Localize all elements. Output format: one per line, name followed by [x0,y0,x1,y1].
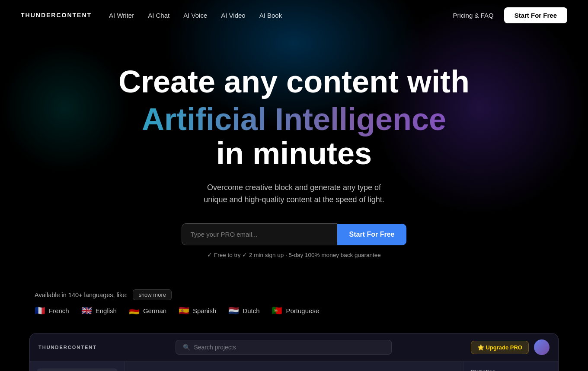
sidebar-my-work[interactable]: My Work... [37,368,118,371]
app-topbar: THUNDERCONTENT 🔍 Search projects ⭐ Upgra… [30,333,558,361]
english-flag: 🇬🇧 [81,305,92,316]
hero-section: Create any content with Artificial Intel… [0,30,588,276]
spanish-label: Spanish [193,307,216,314]
cta-row: Start For Free [9,223,579,245]
lang-spanish: 🇪🇸 Spanish [179,305,216,316]
nav-start-button[interactable]: Start For Free [504,7,567,23]
avatar [534,339,550,355]
app-main-panel [125,361,463,371]
lang-german: 🇩🇪 German [129,305,166,316]
french-flag: 🇫🇷 [35,305,45,316]
nav-right: Pricing & FAQ Start For Free [453,7,567,23]
english-label: English [96,307,117,314]
app-logo: THUNDERCONTENT [38,345,97,350]
nav-left: THUNDERCONTENT AI Writer AI Chat AI Voic… [21,12,282,19]
nav-links: AI Writer AI Chat AI Voice AI Video AI B… [109,12,282,19]
lang-french: 🇫🇷 French [35,305,69,316]
nav-link-ai-book[interactable]: AI Book [259,12,282,19]
german-label: German [143,307,166,314]
pricing-link[interactable]: Pricing & FAQ [453,12,493,19]
lang-portuguese: 🇵🇹 Portuguese [272,305,319,316]
spanish-flag: 🇪🇸 [179,305,189,316]
app-search-bar[interactable]: 🔍 Search projects [176,340,392,355]
portuguese-label: Portuguese [286,307,319,314]
nav-link-ai-video[interactable]: AI Video [221,12,245,19]
hero-line3: in minutes [9,136,579,171]
lang-dutch: 🇳🇱 Dutch [228,305,259,316]
app-sidebar-panel: My Work... [30,361,125,371]
nav-link-ai-voice[interactable]: AI Voice [183,12,207,19]
cta-note: ✓ Free to try ✓ 2 min sign up · 5-day 10… [9,251,579,258]
search-icon: 🔍 [183,344,190,351]
hero-line1: Create any content with [9,65,579,99]
navbar: THUNDERCONTENT AI Writer AI Chat AI Voic… [0,0,588,30]
hero-subtext: Overcome creative block and generate any… [9,181,579,206]
languages-section: Available in 140+ languages, like: show … [0,276,588,324]
stats-title: Statistics [470,368,551,371]
nav-link-ai-chat[interactable]: AI Chat [148,12,169,19]
dutch-flag: 🇳🇱 [228,305,239,316]
lang-english: 🇬🇧 English [81,305,117,316]
dutch-label: Dutch [243,307,259,314]
languages-label: Available in 140+ languages, like: show … [35,289,553,300]
app-topbar-right: ⭐ Upgrade PRO [471,339,550,355]
upgrade-pro-button[interactable]: ⭐ Upgrade PRO [471,341,529,354]
app-preview: THUNDERCONTENT 🔍 Search projects ⭐ Upgra… [29,333,559,371]
hero-start-button[interactable]: Start For Free [337,224,407,245]
logo: THUNDERCONTENT [21,12,92,19]
app-stats-panel: Statistics [463,361,558,371]
nav-link-ai-writer[interactable]: AI Writer [109,12,134,19]
email-input[interactable] [182,223,337,245]
hero-line2: Artificial Intelligence [9,102,579,136]
french-label: French [49,307,69,314]
app-content: My Work... Statistics [30,361,558,371]
portuguese-flag: 🇵🇹 [272,305,282,316]
german-flag: 🇩🇪 [129,305,140,316]
show-more-button[interactable]: show more [133,289,172,300]
flag-row: 🇫🇷 French 🇬🇧 English 🇩🇪 German 🇪🇸 Spanis… [35,305,553,316]
